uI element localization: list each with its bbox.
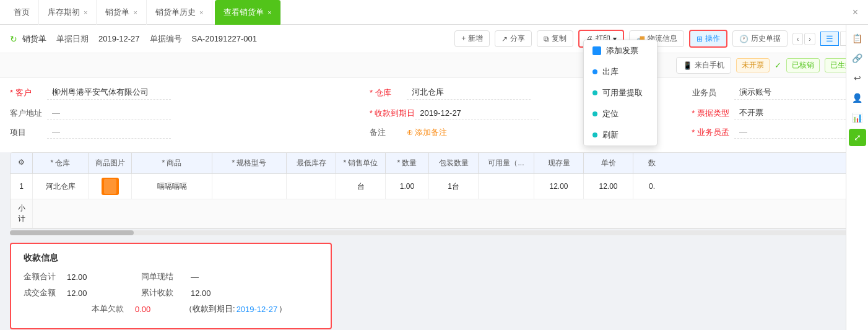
project-value: —: [47, 126, 171, 139]
form-row-2: 客户地址 — 收款到期日 2019-12-27 票据类型 不开票: [10, 106, 858, 120]
form-row-3: 项目 — 备注 ⊕ 添加备注 业务员孟 —: [10, 126, 858, 139]
panel-icon-expand[interactable]: ⤢: [849, 129, 866, 146]
ops-button[interactable]: ⊞ 操作: [689, 30, 727, 48]
add-remark-button[interactable]: ⊕ 添加备注: [407, 127, 448, 138]
subtotal-data: [33, 199, 857, 228]
add-invoice-item[interactable]: 添加发票: [584, 40, 657, 61]
gear-icon[interactable]: ⚙: [18, 158, 25, 167]
form-area: 客户 柳州粤港平安气体有限公司 仓库 河北仓库 业务员 演示账号 客户地址 — …: [0, 78, 868, 152]
row-product-img: [89, 174, 132, 199]
close-all-button[interactable]: ×: [848, 7, 863, 18]
col-product-header: * 商品: [132, 153, 212, 173]
scroll-thumb[interactable]: [10, 230, 134, 235]
owe-label: 本单欠款: [92, 303, 135, 315]
next-button[interactable]: ›: [804, 33, 815, 45]
panel-icon-1[interactable]: 📋: [849, 30, 866, 47]
panel-icon-4[interactable]: 👤: [849, 89, 866, 106]
summary-row-3: 本单欠款 0.00 （收款到期日: 2019-12-27 ）: [24, 303, 318, 315]
tab-home[interactable]: 首页: [5, 0, 39, 25]
subtotal-label: 小计: [11, 199, 33, 228]
copy-icon: ⧉: [544, 35, 549, 43]
refresh-icon: [592, 132, 597, 137]
close-view-tab[interactable]: ×: [267, 9, 271, 16]
subtotal-row: 小计: [11, 199, 857, 228]
num-value: SA-20191227-001: [192, 34, 258, 43]
panel-icon-5[interactable]: 📊: [849, 109, 866, 126]
share-icon: ↗: [501, 35, 508, 43]
ops-dropdown: 添加发票 出库 可用量提取 定位 刷新: [583, 40, 658, 146]
refresh-item[interactable]: 刷新: [584, 124, 657, 145]
col-avail-header: 可用量（...: [479, 153, 534, 173]
available-icon: [592, 90, 597, 95]
staff-field: 业务员 演示账号: [692, 85, 858, 100]
ticket-field: 票据类型 不开票: [692, 106, 858, 120]
close-inventory-tab[interactable]: ×: [84, 9, 87, 16]
same-order-value: —: [191, 272, 199, 282]
due-date: 2019-12-27: [237, 305, 278, 314]
share-button[interactable]: ↗ 分享: [495, 30, 532, 47]
row-qty: 1.00: [386, 174, 429, 199]
address-label: 客户地址: [10, 108, 47, 119]
row-unit: 台: [336, 174, 386, 199]
row-pack: 1台: [429, 174, 479, 199]
confirm-icon: ✓: [775, 61, 781, 70]
close-sales-tab[interactable]: ×: [133, 9, 137, 16]
form-row-1: 客户 柳州粤港平安气体有限公司 仓库 河北仓库 业务员 演示账号: [10, 85, 858, 100]
available-pickup-item[interactable]: 可用量提取: [584, 82, 657, 103]
product-image: [102, 178, 119, 195]
ticket-value: 不开票: [734, 106, 858, 120]
summary-row-2: 成交金额 12.00 累计收款 12.00: [24, 287, 318, 298]
row-minstock: [287, 174, 336, 199]
copy-button[interactable]: ⧉ 复制: [537, 30, 573, 47]
product-image-inner: [104, 179, 116, 194]
table-row: 1 河北仓库 嗝嗝嗝嗝 台 1.00 1台 12.00 12.00 0.: [11, 174, 857, 199]
from-phone-button[interactable]: 📱 来自手机: [676, 57, 731, 74]
tab-view-sales[interactable]: 查看销货单 ×: [215, 0, 280, 25]
ticket-label: 票据类型: [692, 108, 729, 119]
outbound-item[interactable]: 出库: [584, 61, 657, 82]
add-icon: ⊕: [407, 128, 413, 137]
close-history-tab[interactable]: ×: [199, 9, 203, 16]
new-button[interactable]: + 新增: [454, 30, 489, 47]
tab-sales[interactable]: 销货单 ×: [97, 0, 146, 25]
doc-icon: ↻: [10, 34, 17, 44]
outbound-icon: [592, 69, 597, 74]
panel-icon-2[interactable]: 🔗: [849, 50, 866, 67]
doc-title-area: ↻ 销货单: [10, 33, 46, 45]
phone-icon: 📱: [683, 61, 692, 70]
col-minstock-header: 最低库存: [287, 153, 336, 173]
tab-inventory[interactable]: 库存期初 ×: [39, 0, 97, 25]
prev-button[interactable]: ‹: [792, 33, 804, 45]
due-close: ）: [279, 303, 287, 315]
col-gear: ⚙: [11, 153, 33, 173]
col-unit-header: * 销售单位: [336, 153, 386, 173]
tab-sales-history[interactable]: 销货单历史 ×: [147, 0, 212, 25]
row-amt: 0.: [633, 174, 671, 199]
panel-icon-3[interactable]: ↩: [849, 69, 866, 87]
horizontal-scrollbar[interactable]: [10, 230, 858, 235]
col-spec-header: * 规格型号: [212, 153, 287, 173]
col-amt-header: 数: [633, 153, 671, 173]
row-warehouse: 河北仓库: [33, 174, 89, 199]
checked-badge: 已核销: [786, 58, 820, 72]
col-pack-header: 包装数量: [429, 153, 479, 173]
list-view-button[interactable]: ☰: [820, 32, 839, 46]
customer-label: 客户: [10, 87, 47, 98]
due-note: （收款到期日:: [184, 303, 235, 315]
date-label: 单据日期: [56, 33, 89, 45]
col-stock-header: 现存量: [534, 153, 584, 173]
summary-box: 收款信息 金额合计 12.00 同单现结 — 成交金额 12.00 累计收款 1…: [10, 243, 332, 329]
deal-amount-label: 成交金额: [24, 287, 67, 298]
invoice-icon: [592, 46, 601, 55]
date-value: 2019-12-27: [98, 34, 140, 43]
locate-item[interactable]: 定位: [584, 103, 657, 124]
staff-label: 业务员: [692, 87, 729, 98]
project-label: 项目: [10, 127, 47, 138]
summary-row-1: 金额合计 12.00 同单现结 —: [24, 271, 318, 282]
sales-staff-field: 业务员孟 —: [692, 126, 858, 139]
address-value: —: [47, 107, 171, 119]
not-open-badge: 未开票: [736, 58, 770, 72]
history-button[interactable]: 🕐 历史单据: [732, 30, 788, 47]
row-stock: 12.00: [534, 174, 584, 199]
owe-value: 0.00: [135, 305, 184, 314]
